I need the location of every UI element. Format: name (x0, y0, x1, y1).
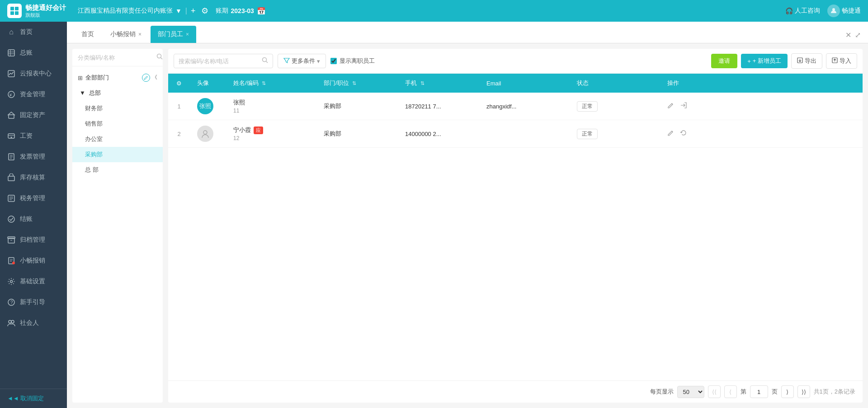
dept-node-sales[interactable]: 销售部 (72, 116, 163, 131)
employee-name-1: 张熙 (233, 98, 309, 107)
edit-employee-2-btn[interactable] (667, 129, 675, 138)
column-settings-icon[interactable]: ⚙ (176, 80, 182, 87)
dept-cell-2: 采购部 (316, 120, 398, 148)
tab-home[interactable]: 首页 (74, 26, 101, 43)
cancel-fixed-btn[interactable]: ◄◄ 取消固定 (0, 389, 67, 408)
svg-point-15 (11, 137, 12, 138)
sidebar-item-xiaochang[interactable]: 小畅报销 (0, 250, 67, 271)
svg-rect-0 (10, 7, 14, 10)
col-actions: 操作 (660, 74, 863, 93)
sidebar-item-basic-settings[interactable]: 基础设置 (0, 271, 67, 292)
toolbar-right: 邀请 + + 新增员工 (711, 53, 857, 69)
filter-chevron-icon: ▾ (317, 58, 320, 65)
user-area[interactable]: 畅捷通 (827, 5, 861, 17)
svg-rect-3 (15, 11, 19, 15)
dept-node-headquarters[interactable]: 总 部 (72, 162, 163, 178)
filter-btn[interactable]: 更多条件 ▾ (278, 54, 326, 68)
svg-point-36 (9, 320, 11, 323)
sidebar: ⌂ 首页 总账 云报表中心 (0, 22, 67, 408)
dept-collapse-icon[interactable]: 《 (152, 74, 157, 82)
email-cell-2 (479, 120, 570, 148)
content-area: 首页 小畅报销 × 部门员工 × ✕ ⤢ (67, 22, 868, 408)
col-phone: 手机 ⇅ (398, 74, 479, 93)
tab-close-xiao-chang[interactable]: × (138, 31, 142, 38)
import-btn[interactable]: 导入 (826, 53, 857, 69)
svg-rect-1 (15, 7, 19, 10)
fixed-assets-icon (7, 111, 15, 119)
archive-icon (7, 236, 15, 244)
sidebar-item-new-guide[interactable]: ? 新手引导 (0, 292, 67, 313)
user-avatar (827, 5, 840, 17)
status-cell-1: 正常 (570, 93, 660, 120)
dept-node-office[interactable]: 办公室 (72, 131, 163, 147)
total-info: 共1页，2条记录 (814, 388, 855, 396)
logout-employee-1-btn[interactable] (680, 102, 687, 111)
page-prev-btn[interactable]: ⟨ (724, 385, 737, 398)
settings-icon (7, 277, 15, 286)
tab-dept-employee[interactable]: 部门员工 × (151, 26, 196, 43)
sidebar-item-tax[interactable]: 税务管理 (0, 188, 67, 209)
email-cell-1: zhangxidf... (479, 93, 570, 120)
sidebar-item-archive[interactable]: 归档管理 (0, 230, 67, 250)
show-resigned-checkbox-label[interactable]: 显示离职员工 (330, 57, 375, 65)
sidebar-item-salary[interactable]: 工资 (0, 126, 67, 146)
company-name[interactable]: 江西服宝精品有限责任公司内账张 ▼ (78, 7, 182, 15)
page-size-select[interactable]: 10 20 50 100 (677, 386, 704, 398)
employee-tag-2: 应 (254, 127, 263, 134)
employee-search-input[interactable] (179, 58, 259, 65)
header-right: 🎧 人工咨询 畅捷通 (785, 5, 861, 17)
dept-search-input[interactable] (78, 54, 154, 61)
sidebar-item-general-ledger[interactable]: 总账 (0, 42, 67, 63)
status-badge-1: 正常 (577, 101, 598, 112)
dept-search-icon[interactable] (156, 53, 163, 61)
page-next-btn[interactable]: ⟩ (781, 385, 794, 398)
tab-close-dept-employee[interactable]: × (186, 31, 189, 38)
edit-employee-1-btn[interactable] (667, 102, 675, 111)
reset-employee-2-btn[interactable] (680, 129, 687, 138)
ai-service-btn[interactable]: 🎧 人工咨询 (785, 7, 820, 15)
page-last-btn[interactable]: ⟩⟩ (797, 385, 810, 398)
tab-xiao-chang-expense[interactable]: 小畅报销 × (103, 26, 149, 43)
dept-node-finance[interactable]: 财务部 (72, 101, 163, 116)
tax-icon (7, 194, 15, 202)
tabs-actions: ✕ ⤢ (845, 31, 861, 43)
page-input[interactable] (750, 385, 768, 398)
svg-point-25 (8, 216, 14, 222)
sidebar-item-funds[interactable]: ¥ 资金管理 (0, 84, 67, 105)
add-employee-btn[interactable]: + + 新增员工 (741, 54, 788, 68)
sidebar-item-inventory[interactable]: 库存核算 (0, 167, 67, 188)
sidebar-item-home[interactable]: ⌂ 首页 (0, 22, 67, 42)
sort-name-icon[interactable]: ⇅ (262, 80, 266, 86)
dept-node-purchase[interactable]: 采购部 (72, 147, 163, 162)
sidebar-item-checkout[interactable]: 结账 (0, 209, 67, 230)
sidebar-item-partner[interactable]: 社会人 (0, 313, 67, 333)
svg-rect-5 (8, 50, 14, 56)
show-resigned-checkbox[interactable] (330, 58, 337, 64)
sidebar-item-fixed-assets[interactable]: 固定资产 (0, 105, 67, 126)
row-num-2: 2 (168, 120, 190, 148)
dept-edit-icon[interactable] (142, 74, 150, 82)
invite-btn[interactable]: 邀请 (711, 54, 737, 68)
sidebar-item-reports[interactable]: 云报表中心 (0, 63, 67, 84)
svg-point-40 (263, 58, 267, 62)
page-content: ⊞ 全部部门 《 (67, 43, 868, 408)
tab-close-window-btn[interactable]: ✕ (845, 31, 851, 39)
name-code-cell-2: 宁小霞 应 12 (226, 120, 316, 148)
sort-dept-icon[interactable]: ⇅ (352, 80, 356, 86)
export-btn[interactable]: 导出 (791, 53, 822, 69)
dept-panel: ⊞ 全部部门 《 (72, 49, 163, 403)
inventory-icon (7, 174, 15, 182)
dept-node-zongbu[interactable]: ▼ 总部 (72, 85, 163, 101)
guide-icon: ? (7, 298, 15, 306)
page-first-btn[interactable]: ⟨⟨ (708, 385, 721, 398)
sort-phone-icon[interactable]: ⇅ (420, 80, 425, 86)
sidebar-item-invoice[interactable]: 发票管理 (0, 146, 67, 167)
tab-maximize-btn[interactable]: ⤢ (855, 31, 861, 39)
all-dept-header[interactable]: ⊞ 全部部门 《 (72, 70, 163, 85)
avatar-cell-2 (190, 120, 226, 148)
main-layout: ⌂ 首页 总账 云报表中心 (0, 22, 868, 408)
reports-icon (7, 70, 15, 78)
employee-code-2: 12 (233, 135, 309, 141)
employee-search-icon[interactable] (262, 57, 268, 65)
col-name-code: 姓名/编码 ⇅ (226, 74, 316, 93)
